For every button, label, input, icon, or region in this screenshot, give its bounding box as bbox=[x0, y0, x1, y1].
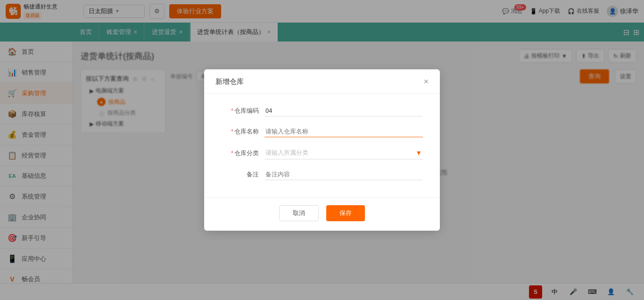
dialog-close-button[interactable]: × bbox=[423, 77, 429, 87]
name-label: *仓库名称 bbox=[221, 127, 259, 136]
add-warehouse-dialog: 新增仓库 × *仓库编码 *仓库名称 *仓库分类 bbox=[204, 69, 440, 231]
warehouse-note-input[interactable] bbox=[264, 169, 423, 180]
save-button[interactable]: 保存 bbox=[326, 205, 365, 221]
dialog-title: 新增仓库 bbox=[215, 77, 244, 86]
category-placeholder: 请输入所属分类 bbox=[265, 149, 415, 157]
warehouse-code-input[interactable] bbox=[264, 105, 423, 117]
category-select-wrap[interactable]: 请输入所属分类 ▼ bbox=[264, 147, 423, 159]
code-label: *仓库编码 bbox=[221, 107, 259, 115]
note-label: 备注 bbox=[221, 170, 259, 179]
dialog-overlay: 新增仓库 × *仓库编码 *仓库名称 *仓库分类 bbox=[0, 0, 644, 300]
name-required-mark: * bbox=[231, 128, 233, 135]
form-row-name: *仓库名称 bbox=[221, 126, 423, 137]
form-row-category: *仓库分类 请输入所属分类 ▼ bbox=[221, 147, 423, 159]
dialog-footer: 取消 保存 bbox=[204, 197, 440, 231]
code-required-mark: * bbox=[231, 107, 233, 114]
form-row-note: 备注 bbox=[221, 169, 423, 180]
dialog-body: *仓库编码 *仓库名称 *仓库分类 请输入所属分类 ▼ bbox=[204, 94, 440, 197]
cancel-button[interactable]: 取消 bbox=[279, 205, 319, 221]
category-label: *仓库分类 bbox=[221, 149, 259, 158]
form-row-code: *仓库编码 bbox=[221, 105, 423, 117]
dialog-header: 新增仓库 × bbox=[204, 69, 440, 94]
warehouse-name-input[interactable] bbox=[264, 126, 423, 137]
category-required-mark: * bbox=[231, 150, 233, 157]
category-arrow-icon: ▼ bbox=[415, 149, 422, 157]
